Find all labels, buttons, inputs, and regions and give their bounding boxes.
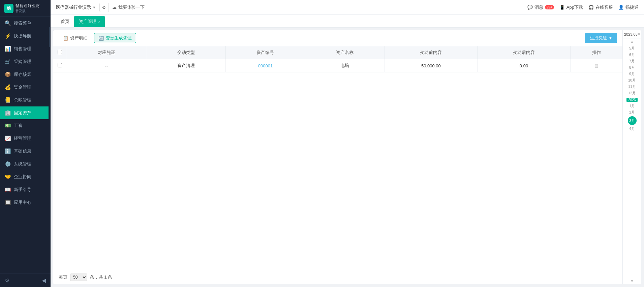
select-all-checkbox[interactable]: [58, 50, 62, 54]
guide-icon: 📖: [5, 187, 11, 193]
timeline-month-8[interactable]: 8月: [629, 64, 635, 71]
delete-icon[interactable]: 🗑: [594, 63, 599, 68]
header-voucher: 对应凭证: [67, 46, 146, 59]
tab-close-icon[interactable]: ×: [98, 20, 100, 24]
timeline-month-10[interactable]: 10月: [628, 77, 636, 84]
ledger-icon: 📒: [5, 97, 11, 103]
content-area: 📋 资产明细 🔄 变更生成凭证 生成凭证 ▼: [53, 30, 622, 284]
app-download-btn[interactable]: 📱 App下载: [559, 4, 583, 10]
customer-service-label: 在线客服: [595, 4, 613, 10]
sidebar-label: 系统管理: [14, 161, 31, 167]
settings-icon[interactable]: ⚙: [5, 277, 9, 284]
sidebar-item-system[interactable]: ⚙️ 系统管理: [0, 158, 51, 170]
generate-btn-label: 生成凭证: [590, 35, 607, 41]
row-select-checkbox[interactable]: [58, 63, 62, 67]
topbar-settings-btn[interactable]: ⚙: [99, 3, 109, 12]
fixed-assets-icon: 🏢: [5, 110, 11, 116]
cloud-icon: ☁: [112, 5, 117, 10]
basic-info-icon: ℹ️: [5, 148, 11, 154]
generate-dropdown-arrow: ▼: [609, 36, 612, 40]
sidebar-label: 库存核算: [14, 71, 31, 77]
generate-voucher-btn[interactable]: 生成凭证 ▼: [585, 33, 617, 43]
sidebar-item-cooperation[interactable]: 🤝 企业协同: [0, 170, 51, 183]
header-before-content: 变动前内容: [385, 46, 478, 59]
subtab-asset-detail[interactable]: 📋 资产明细: [59, 33, 92, 43]
company-selector[interactable]: 医疗器械行业演示 ▼: [56, 4, 96, 10]
subtab-left: 📋 资产明细 🔄 变更生成凭证: [59, 33, 136, 43]
sidebar-item-app-center[interactable]: 🔲 应用中心: [0, 196, 51, 209]
user-icon: 👤: [618, 5, 624, 10]
logo-text: 畅捷通好业财 普及版: [16, 3, 40, 13]
sidebar-label: 搜索菜单: [14, 20, 31, 26]
topbar: 医疗器械行业演示 ▼ ⚙ ☁ 我要体验一下 💬 消息 99+ 📱: [51, 0, 644, 15]
close-panel-icon[interactable]: ✕: [638, 32, 641, 36]
sidebar-item-purchase[interactable]: 🛒 采购管理: [0, 55, 51, 68]
system-icon: ⚙️: [5, 161, 11, 167]
right-panel-header: 2023.03 ✕ ⤢: [623, 30, 641, 38]
row-asset-no: 000001: [226, 59, 305, 72]
sidebar-item-funds[interactable]: 💰 资金管理: [0, 81, 51, 94]
timeline-2023-month-4[interactable]: 4月: [629, 126, 635, 132]
app-version: 普及版: [16, 9, 40, 13]
sidebar-item-fixed-assets[interactable]: 🏢 固定资产: [0, 106, 51, 119]
funds-icon: 💰: [5, 84, 11, 90]
sidebar-label: 总账管理: [14, 97, 31, 103]
timeline-month-7[interactable]: 7月: [629, 58, 635, 64]
sidebar-label: 经营管理: [14, 135, 31, 141]
search-icon: 🔍: [5, 20, 11, 26]
row-voucher: --: [67, 59, 146, 72]
company-name: 医疗器械行业演示: [56, 4, 91, 10]
service-icon: 🎧: [588, 5, 594, 10]
header-checkbox-col: [53, 46, 67, 59]
tab-home[interactable]: 首页: [56, 16, 74, 27]
sidebar-item-inventory[interactable]: 📦 库存核算: [0, 68, 51, 81]
purchase-icon: 🛒: [5, 59, 11, 65]
message-icon: 💬: [527, 5, 533, 10]
timeline-2023-month-1[interactable]: 1月: [629, 103, 635, 109]
topbar-right: 💬 消息 99+ 📱 App下载 🎧 在线客服 👤 畅捷通: [527, 4, 639, 10]
timeline-2023-month-2[interactable]: 2月: [629, 109, 635, 116]
row-action: 🗑: [570, 59, 622, 72]
message-label: 消息: [534, 4, 543, 10]
sidebar-item-salary[interactable]: 💵 工资: [0, 119, 51, 132]
mobile-icon: 📱: [559, 5, 565, 10]
sidebar-item-ledger[interactable]: 📒 总账管理: [0, 94, 51, 106]
timeline-scroll-up[interactable]: ▲: [630, 38, 634, 45]
sidebar-item-quick-nav[interactable]: ⚡ 快捷导航: [0, 30, 51, 42]
timeline-scroll-area: 5月 6月 7月 8月 9月 10月 11月 12月 2023 1月 2月 3月…: [623, 45, 641, 278]
timeline-scroll-down[interactable]: ▼: [630, 278, 634, 284]
sidebar-item-search[interactable]: 🔍 搜索菜单: [0, 17, 51, 30]
sidebar-label: 快捷导航: [14, 33, 31, 39]
app-center-icon: 🔲: [5, 199, 11, 205]
data-table-wrap: 对应凭证 变动类型 资产编号 资产名称: [53, 46, 622, 270]
subtab-change-voucher[interactable]: 🔄 变更生成凭证: [94, 33, 136, 43]
sidebar-item-basic-info[interactable]: ℹ️ 基础信息: [0, 145, 51, 158]
management-icon: 📈: [5, 135, 11, 141]
timeline-month-12[interactable]: 12月: [628, 90, 636, 96]
sidebar-label: 工资: [14, 123, 23, 129]
sidebar-item-guide[interactable]: 📖 新手引导: [0, 183, 51, 196]
timeline-month-6[interactable]: 6月: [629, 52, 635, 58]
collapse-icon[interactable]: ◀: [42, 277, 46, 284]
sidebar-menu: 🔍 搜索菜单 ⚡ 快捷导航 📊 销售管理 🛒 采购管理 📦 库存核算 💰: [0, 17, 51, 274]
sidebar-item-management[interactable]: 📈 经营管理: [0, 132, 51, 145]
change-voucher-icon: 🔄: [98, 36, 104, 41]
pagination: 每页 50 10 20 100 条，共 1 条: [53, 270, 622, 284]
timeline-month-11[interactable]: 11月: [628, 84, 636, 90]
message-btn[interactable]: 💬 消息 99+: [527, 4, 554, 10]
customer-service-btn[interactable]: 🎧 在线客服: [588, 4, 613, 10]
user-profile-btn[interactable]: 👤 畅捷通: [618, 4, 639, 10]
timeline-month-5[interactable]: 5月: [629, 45, 635, 52]
center-area: 医疗器械行业演示 ▼ ⚙ ☁ 我要体验一下 💬 消息 99+ 📱: [51, 0, 644, 287]
timeline-month-9[interactable]: 9月: [629, 71, 635, 77]
timeline-year-label: 2023.03: [624, 32, 638, 36]
tab-home-label: 首页: [61, 19, 69, 25]
sidebar-item-sales[interactable]: 📊 销售管理: [0, 42, 51, 55]
tab-asset-management[interactable]: 资产管理 ×: [74, 16, 105, 27]
timeline-2023-month-3-current[interactable]: 3月: [628, 116, 637, 125]
sidebar-label: 销售管理: [14, 46, 31, 52]
asset-detail-icon: 📋: [63, 36, 68, 41]
row-change-type: 资产清理: [146, 59, 226, 72]
per-page-select[interactable]: 50 10 20 100: [70, 274, 87, 281]
experience-btn[interactable]: ☁ 我要体验一下: [112, 4, 145, 10]
